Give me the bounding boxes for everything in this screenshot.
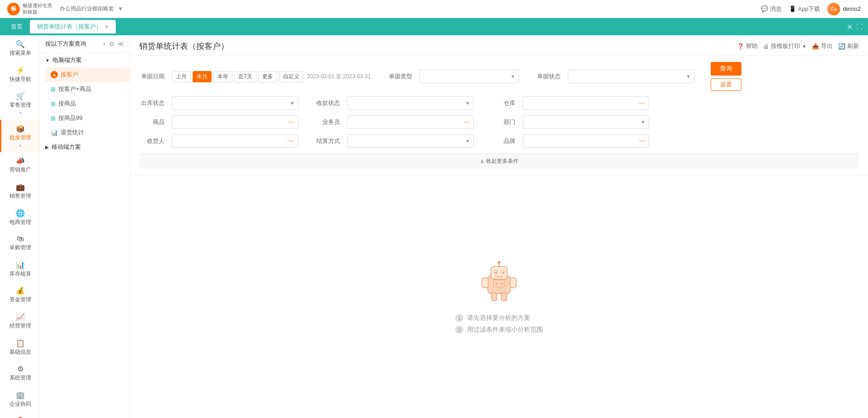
receipt-status-label: 收款状态 bbox=[315, 99, 340, 107]
sidebar-item-retail[interactable]: 🛒 零售管理 ▼ bbox=[0, 87, 39, 120]
receipt-status-select[interactable] bbox=[347, 96, 474, 110]
sidebar-item-ecommerce[interactable]: 🌐 电商管理 bbox=[0, 204, 39, 231]
sidebar-item-quicknav[interactable]: ⚡ 快捷导航 bbox=[0, 62, 39, 88]
app-download-label: App下载 bbox=[798, 5, 820, 13]
by-customer-label: 按客户 bbox=[61, 71, 78, 79]
salesman-input[interactable] bbox=[351, 119, 462, 126]
tab-maximize-icon[interactable]: ⛶ bbox=[856, 23, 863, 30]
sidebar-item-newbie[interactable]: 🎯 新手引导 bbox=[0, 412, 39, 418]
brand-dots[interactable]: ··· bbox=[639, 137, 645, 145]
tree-arrow-mobile: ▶ bbox=[45, 145, 49, 150]
tab-sales-stats[interactable]: 销货单统计表（按客户） ✕ bbox=[30, 20, 116, 33]
tab-close-all-icon[interactable]: ✕ bbox=[847, 23, 853, 31]
app-container: 畅 畅捷通好生意 标账版 办公用品行业模拟账套 ▼ 💬 消息 📱 App下载 E… bbox=[0, 0, 868, 418]
sidebar-item-finance[interactable]: 💰 资金管理 bbox=[0, 282, 39, 308]
return-stats-icon: 📊 bbox=[51, 129, 58, 136]
message-btn[interactable]: 💬 消息 bbox=[761, 5, 782, 13]
sales-label: 销售管理 bbox=[9, 193, 31, 200]
collapse-row: ∧ 收起更多条件 bbox=[139, 153, 859, 169]
receipt-status-select-wrapper: ▼ bbox=[347, 96, 474, 110]
header-left: 畅 畅捷通好生意 标账版 办公用品行业模拟账套 ▼ bbox=[7, 3, 123, 15]
date-btn-more[interactable]: 更多 bbox=[258, 71, 277, 82]
tree-group-mobile-label: 移动端方案 bbox=[52, 143, 81, 151]
order-type-select[interactable] bbox=[420, 70, 519, 83]
date-btn-this-month[interactable]: 本月 bbox=[193, 71, 212, 82]
sidebar-item-corp[interactable]: 🏢 企业协同 bbox=[0, 386, 39, 413]
wholesale-icon: 📦 bbox=[16, 124, 25, 133]
page-title: 销货单统计表（按客户） bbox=[139, 41, 229, 52]
settings-btn[interactable]: 设置 bbox=[711, 78, 741, 91]
app-title: 办公用品行业模拟账套 bbox=[60, 5, 114, 13]
export-btn[interactable]: 📤 导出 bbox=[812, 42, 833, 50]
product-input[interactable] bbox=[176, 119, 287, 126]
settle-select[interactable] bbox=[347, 134, 474, 148]
order-status-select[interactable] bbox=[568, 70, 694, 83]
date-btn-last-month[interactable]: 上月 bbox=[172, 71, 191, 82]
refresh-btn[interactable]: 🔄 刷新 bbox=[838, 42, 859, 50]
tree-item-by-product[interactable]: ⊞ 按商品 bbox=[45, 96, 130, 111]
sidebar-item-basic[interactable]: 📋 基础信息 bbox=[0, 334, 39, 361]
tree-item-return-stats[interactable]: 📊 退货统计 bbox=[45, 125, 130, 140]
query-btn[interactable]: 查询 bbox=[711, 62, 741, 76]
tree-item-by-customer-product[interactable]: ⊞ 按客户+商品 bbox=[45, 82, 130, 96]
search-icon: 🔍 bbox=[16, 40, 25, 48]
tab-home[interactable]: 首页 bbox=[4, 20, 30, 33]
out-status-select[interactable] bbox=[172, 96, 298, 110]
brand-input[interactable] bbox=[527, 138, 637, 145]
app-download-icon: 📱 bbox=[789, 5, 796, 12]
sidebar-item-purchase[interactable]: 🛍 采购管理 bbox=[0, 230, 39, 256]
user-menu[interactable]: Ea demo2 bbox=[827, 3, 861, 15]
tab-close-icon[interactable]: ✕ bbox=[104, 24, 108, 30]
receiver-dots[interactable]: ··· bbox=[288, 137, 294, 145]
help-btn[interactable]: ❓ 帮助 bbox=[737, 42, 758, 50]
app-title-arrow[interactable]: ▼ bbox=[118, 5, 123, 12]
salesman-dots[interactable]: ··· bbox=[464, 118, 470, 126]
export-icon: 📤 bbox=[812, 43, 819, 50]
by-customer-badge: ● bbox=[51, 71, 58, 78]
sidebar-item-sales[interactable]: 💼 销售管理 bbox=[0, 178, 39, 204]
sidebar-item-operations[interactable]: 📈 经营管理 bbox=[0, 308, 39, 334]
sidebar-item-marketing[interactable]: 📣 营销推广 bbox=[0, 152, 39, 178]
date-btn-7days[interactable]: 近7天 bbox=[234, 71, 256, 82]
user-name: demo2 bbox=[843, 5, 861, 12]
order-type-label: 单据类型 bbox=[387, 72, 412, 81]
receiver-input[interactable] bbox=[176, 138, 287, 145]
tree-group-pc[interactable]: ▼ 电脑端方案 bbox=[40, 53, 130, 67]
add-scheme-btn[interactable]: + bbox=[103, 40, 106, 48]
product-dots[interactable]: ··· bbox=[288, 118, 294, 126]
tree-pc-children: ● 按客户 ⊞ 按客户+商品 ⊞ 按商品 ⊞ 按商品99 📊 退货统计 bbox=[40, 67, 130, 140]
date-btn-this-year[interactable]: 本年 bbox=[213, 71, 232, 82]
logo-icon: 畅 bbox=[7, 3, 20, 15]
settings-scheme-btn[interactable]: ⚙ bbox=[109, 40, 115, 48]
sidebar-item-wholesale[interactable]: 📦 批发管理 ▲ bbox=[0, 120, 39, 152]
app-download-btn[interactable]: 📱 App下载 bbox=[789, 5, 820, 13]
export-label: 导出 bbox=[821, 42, 833, 50]
message-icon: 💬 bbox=[761, 5, 768, 12]
collapse-btn[interactable]: ∧ 收起更多条件 bbox=[480, 157, 519, 165]
template-print-btn[interactable]: 🖨 按模板打印 ▼ bbox=[763, 42, 807, 50]
warehouse-dots[interactable]: ··· bbox=[639, 99, 645, 107]
retail-label: 零售管理 bbox=[9, 102, 31, 109]
tree-group-mobile[interactable]: ▶ 移动端方案 bbox=[40, 140, 130, 154]
top-header: 畅 畅捷通好生意 标账版 办公用品行业模拟账套 ▼ 💬 消息 📱 App下载 E… bbox=[0, 0, 868, 18]
empty-tip-1: 1 请先选择要分析的方案 bbox=[455, 314, 543, 322]
collapse-label: 收起更多条件 bbox=[486, 157, 519, 165]
ecommerce-label: 电商管理 bbox=[9, 219, 31, 226]
dept-select[interactable] bbox=[523, 115, 649, 129]
sales-icon: 💼 bbox=[16, 183, 25, 191]
collapse-panel-btn[interactable]: ≪ bbox=[118, 40, 124, 48]
by-customer-product-label: 按客户+商品 bbox=[58, 85, 91, 93]
tree-item-by-customer[interactable]: ● 按客户 bbox=[45, 67, 130, 82]
svg-rect-8 bbox=[482, 278, 488, 288]
tree-item-by-product-99[interactable]: ⊞ 按商品99 bbox=[45, 111, 130, 125]
finance-label: 资金管理 bbox=[9, 296, 31, 304]
sidebar-item-inventory[interactable]: 📊 库存核算 bbox=[0, 256, 39, 282]
inventory-icon: 📊 bbox=[16, 261, 25, 269]
filter-row-1: 单据日期 上月 本月 本年 近7天 更多 自定义 2023-03-01 至 20… bbox=[139, 62, 859, 91]
sidebar-item-system[interactable]: ⚙ 系统管理 bbox=[0, 360, 39, 386]
inventory-label: 库存核算 bbox=[9, 271, 31, 278]
sidebar-item-search[interactable]: 🔍 搜索菜单 bbox=[0, 35, 39, 62]
date-btn-custom[interactable]: 自定义 bbox=[279, 71, 303, 82]
empty-state: 1 请先选择要分析的方案 2 用过滤条件来缩小分析范围 bbox=[130, 176, 868, 418]
warehouse-input[interactable] bbox=[527, 100, 637, 107]
